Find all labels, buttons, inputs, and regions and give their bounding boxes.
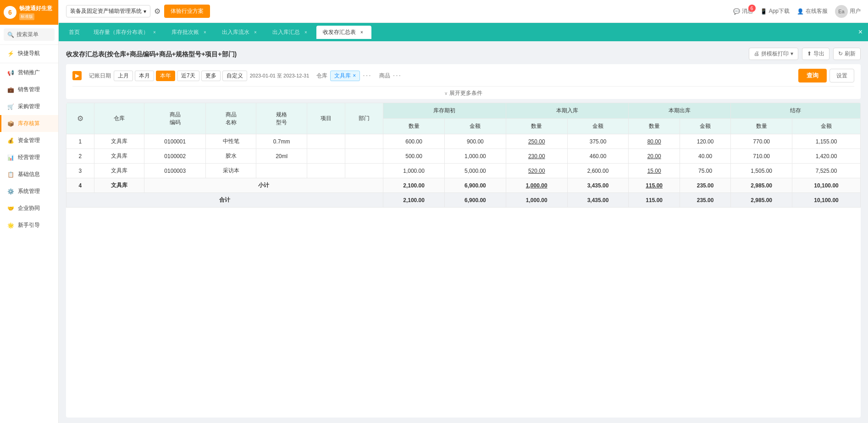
tab-home[interactable]: 首页	[62, 26, 86, 39]
system-icon: ⚙️	[7, 188, 14, 195]
try-industry-button[interactable]: 体验行业方案	[164, 5, 210, 18]
row-in-qty[interactable]: 250.00	[506, 134, 567, 149]
print-button[interactable]: 🖨 拼模板打印 ▾	[749, 48, 798, 60]
base-info-icon: 📋	[7, 171, 14, 178]
row-code: 0100001	[144, 134, 206, 149]
in-amt-subheader: 金额	[567, 119, 629, 134]
sidebar-item-sales[interactable]: 💼 销售管理	[0, 81, 58, 98]
warehouse-tag[interactable]: 文具库 ×	[330, 71, 360, 81]
subtotal-out-qty: 115.00	[629, 178, 680, 193]
sidebar-item-label: 系统管理	[18, 187, 40, 195]
message-item[interactable]: 💬 消息 6	[733, 7, 753, 15]
tab-close-icon[interactable]: ×	[151, 29, 158, 35]
this-month-btn[interactable]: 本月	[135, 71, 154, 81]
table-row: 2 文具库 0100002 胶水 20ml 500.00 1,000.00 23…	[66, 149, 861, 164]
filter-section: ▶ 记账日期 上月 本月 本年 近7天 更多 自定义 2023-	[66, 64, 861, 99]
date-buttons: 上月 本月 本年 近7天 更多 自定义	[114, 71, 247, 81]
online-service-item[interactable]: 👤 在线客服	[797, 7, 828, 15]
filter-expand-row[interactable]: ∨ 展开更多条件	[72, 86, 854, 99]
system-title-dropdown[interactable]: 装备及固定资产辅助管理系统 ▾	[66, 5, 150, 17]
close-amt-subheader: 金额	[792, 119, 861, 134]
tab-inout-flow[interactable]: 出入库流水 ×	[216, 26, 265, 39]
filter-main-row: ▶ 记账日期 上月 本月 本年 近7天 更多 自定义 2023-	[72, 69, 854, 82]
print-label: 拼模板打印	[761, 50, 789, 58]
filter-toggle[interactable]: ▶	[72, 71, 82, 80]
sidebar-item-marketing[interactable]: 📢 营销推广	[0, 64, 58, 81]
refresh-icon: ↻	[838, 50, 843, 57]
user-item[interactable]: Ea 用户	[835, 5, 861, 18]
message-badge: 6	[748, 5, 756, 12]
sidebar-item-label: 库存核算	[18, 120, 40, 127]
refresh-button[interactable]: ↻ 刷新	[833, 48, 861, 60]
export-button[interactable]: ⬆ 导出	[802, 48, 829, 60]
custom-date-btn[interactable]: 自定义	[222, 71, 247, 81]
this-year-btn[interactable]: 本年	[156, 71, 175, 81]
row-open-qty: 600.00	[383, 134, 445, 149]
app-download-item[interactable]: 📱 App下载	[760, 7, 790, 15]
sidebar-item-enterprise[interactable]: 🤝 企业协同	[0, 200, 58, 217]
row-out-qty[interactable]: 80.00	[629, 134, 680, 149]
sidebar-item-operations[interactable]: 📊 经营管理	[0, 149, 58, 166]
total-label-cell: 合计	[66, 193, 383, 208]
sidebar-item-guide[interactable]: 🌟 新手引导	[0, 217, 58, 234]
print-icon: 🖨	[754, 50, 759, 57]
settings-button[interactable]: 设置	[829, 69, 854, 82]
tab-batch[interactable]: 库存批次账 ×	[165, 26, 215, 39]
gear-icon[interactable]: ⚙	[154, 7, 160, 16]
tab-close-icon[interactable]: ×	[359, 29, 365, 35]
tabs-bar: 首页 现存量（库存分布表） × 库存批次账 × 出入库流水 × 出入库汇总 × …	[59, 23, 868, 41]
close-all-tabs-button[interactable]: ×	[857, 26, 864, 38]
tab-recv-send[interactable]: 收发存汇总表 ×	[316, 26, 371, 39]
sidebar-item-base-info[interactable]: 📋 基础信息	[0, 166, 58, 183]
subtotal-in-qty: 1,000.00	[506, 178, 567, 193]
col-settings-header[interactable]: ⚙	[66, 103, 94, 134]
search-label: 搜索菜单	[17, 31, 39, 38]
sidebar-item-system[interactable]: ⚙️ 系统管理	[0, 183, 58, 200]
sidebar-item-label: 经营管理	[18, 154, 40, 161]
warehouse-ellipsis[interactable]: ···	[363, 71, 371, 80]
goods-ellipsis[interactable]: ···	[393, 71, 402, 80]
filter-toggle-icon[interactable]: ▶	[72, 71, 82, 80]
tab-stock-dist[interactable]: 现存量（库存分布表） ×	[87, 26, 164, 39]
search-button[interactable]: 🔍 搜索菜单	[4, 28, 55, 41]
sidebar-item-label: 营销推广	[18, 69, 40, 77]
query-button[interactable]: 查询	[798, 69, 827, 82]
tab-inout-summary[interactable]: 出入库汇总 ×	[266, 26, 315, 39]
last-7-days-btn[interactable]: 近7天	[177, 71, 199, 81]
sidebar-item-label: 资金管理	[18, 137, 40, 144]
sidebar-item-label: 销售管理	[18, 86, 40, 93]
data-table: ⚙ 仓库 商品编码 商品名称 规格型号 项目 部门 库存期初 本期入库 本期出库…	[66, 103, 861, 208]
page-toolbar: 🖨 拼模板打印 ▾ ⬆ 导出 ↻ 刷新	[749, 48, 861, 60]
row-name: 采访本	[206, 164, 256, 178]
warehouse-tag-close-icon[interactable]: ×	[353, 72, 356, 79]
row-out-qty[interactable]: 20.00	[629, 149, 680, 164]
row-in-qty[interactable]: 230.00	[506, 149, 567, 164]
export-icon: ⬆	[807, 50, 812, 57]
tab-close-icon[interactable]: ×	[202, 29, 208, 35]
more-date-btn[interactable]: 更多	[201, 71, 221, 81]
main-area: 装备及固定资产辅助管理系统 ▾ ⚙ 体验行业方案 💬 消息 6 📱 App下载 …	[59, 0, 868, 423]
expand-label: 展开更多条件	[449, 89, 482, 97]
guide-icon: 🌟	[7, 222, 14, 229]
row-close-qty: 1,505.00	[731, 164, 792, 178]
row-in-qty[interactable]: 520.00	[506, 164, 567, 178]
total-in-amt: 3,435.00	[567, 193, 629, 208]
col-settings-icon[interactable]: ⚙	[77, 115, 83, 122]
sidebar-item-quick-nav[interactable]: ⚡ 快捷导航	[0, 45, 58, 62]
last-month-btn[interactable]: 上月	[114, 71, 133, 81]
tab-label: 库存批次账	[171, 28, 199, 36]
sidebar-item-inventory[interactable]: 📦 库存核算	[0, 115, 58, 132]
warehouse-label: 仓库	[316, 72, 327, 80]
col-outbound-header: 本期出库	[629, 103, 731, 119]
row-out-amt: 120.00	[680, 134, 730, 149]
tab-close-icon[interactable]: ×	[303, 29, 309, 35]
sidebar-item-purchase[interactable]: 🛒 采购管理	[0, 98, 58, 115]
sidebar-item-finance[interactable]: 💰 资金管理	[0, 132, 58, 149]
row-out-amt: 40.00	[680, 149, 730, 164]
tab-label: 现存量（库存分布表）	[94, 28, 149, 36]
sidebar-item-label: 新手引导	[18, 221, 40, 229]
tab-close-icon[interactable]: ×	[252, 29, 259, 35]
row-out-qty[interactable]: 15.00	[629, 164, 680, 178]
in-qty-subheader: 数量	[506, 119, 567, 134]
subtotal-open-amt: 6,900.00	[444, 178, 506, 193]
